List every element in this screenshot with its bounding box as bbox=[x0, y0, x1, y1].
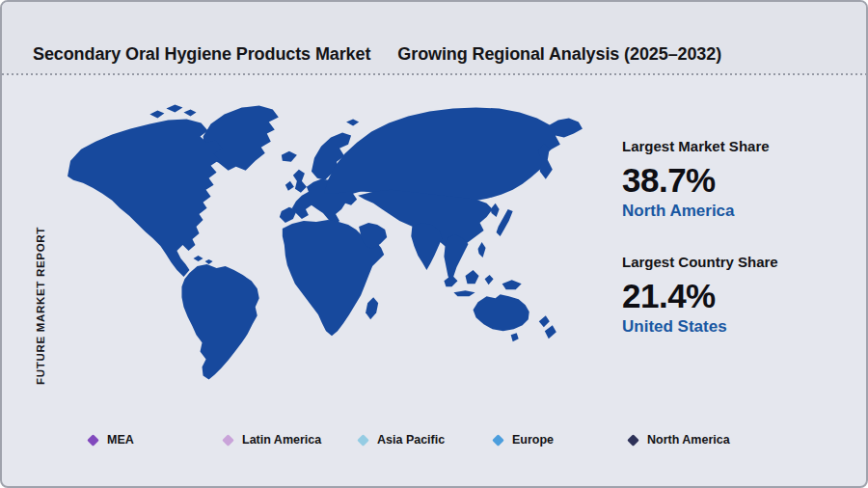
map-madagascar bbox=[366, 297, 378, 319]
legend-swatch-diamond-icon bbox=[222, 434, 234, 447]
legend-label: Europe bbox=[512, 433, 554, 447]
legend: MEA Latin America Asia Pacific Europe No… bbox=[2, 433, 866, 452]
stat-label: Largest Market Share bbox=[622, 138, 863, 154]
legend-item-north-america: North America bbox=[629, 433, 730, 447]
world-map bbox=[58, 93, 600, 393]
legend-label: North America bbox=[647, 433, 730, 447]
stat-value: 38.7% bbox=[622, 163, 863, 197]
legend-swatch-diamond-icon bbox=[357, 434, 369, 447]
map-caribbean bbox=[194, 256, 213, 264]
map-australia bbox=[474, 294, 529, 331]
legend-item-asia-pacific: Asia Pacific bbox=[359, 433, 445, 447]
title-row: Secondary Oral Hygiene Products Market G… bbox=[33, 44, 721, 65]
map-british-isles bbox=[285, 170, 307, 193]
map-india bbox=[411, 223, 442, 270]
map-indonesia bbox=[444, 270, 521, 296]
map-southeast-asia bbox=[444, 234, 468, 283]
map-south-america bbox=[181, 264, 258, 379]
legend-swatch-diamond-icon bbox=[492, 434, 504, 447]
legend-item-latin-america: Latin America bbox=[224, 433, 321, 447]
map-new-zealand bbox=[539, 315, 556, 339]
page-title: Secondary Oral Hygiene Products Market bbox=[33, 44, 370, 65]
legend-label: Asia Pacific bbox=[377, 433, 445, 447]
legend-item-europe: Europe bbox=[494, 433, 554, 447]
stat-region: United States bbox=[622, 317, 863, 337]
stats-panel: Largest Market Share 38.7% North America… bbox=[622, 138, 863, 337]
dotted-divider bbox=[2, 73, 866, 75]
map-korea bbox=[491, 203, 500, 217]
infographic-frame: Secondary Oral Hygiene Products Market G… bbox=[0, 0, 868, 488]
map-north-america bbox=[68, 120, 223, 278]
map-japan bbox=[497, 209, 513, 236]
stat-label: Largest Country Share bbox=[622, 254, 863, 270]
page-subtitle: Growing Regional Analysis (2025–2032) bbox=[397, 44, 721, 65]
stat-largest-country-share: Largest Country Share 21.4% United State… bbox=[622, 254, 863, 337]
stat-largest-market-share: Largest Market Share 38.7% North America bbox=[622, 138, 863, 221]
map-iceland bbox=[282, 151, 297, 162]
legend-swatch-diamond-icon bbox=[627, 434, 639, 447]
map-philippines bbox=[478, 242, 486, 258]
legend-label: MEA bbox=[107, 433, 134, 447]
stat-region: North America bbox=[622, 202, 863, 221]
legend-swatch-diamond-icon bbox=[87, 434, 99, 447]
legend-item-mea: MEA bbox=[89, 433, 134, 447]
map-iberia bbox=[280, 207, 297, 223]
watermark-vertical-text: FUTURE MARKET REPORT bbox=[35, 220, 50, 392]
map-tasmania bbox=[511, 333, 519, 341]
stat-value: 21.4% bbox=[622, 279, 863, 312]
legend-label: Latin America bbox=[242, 433, 321, 447]
